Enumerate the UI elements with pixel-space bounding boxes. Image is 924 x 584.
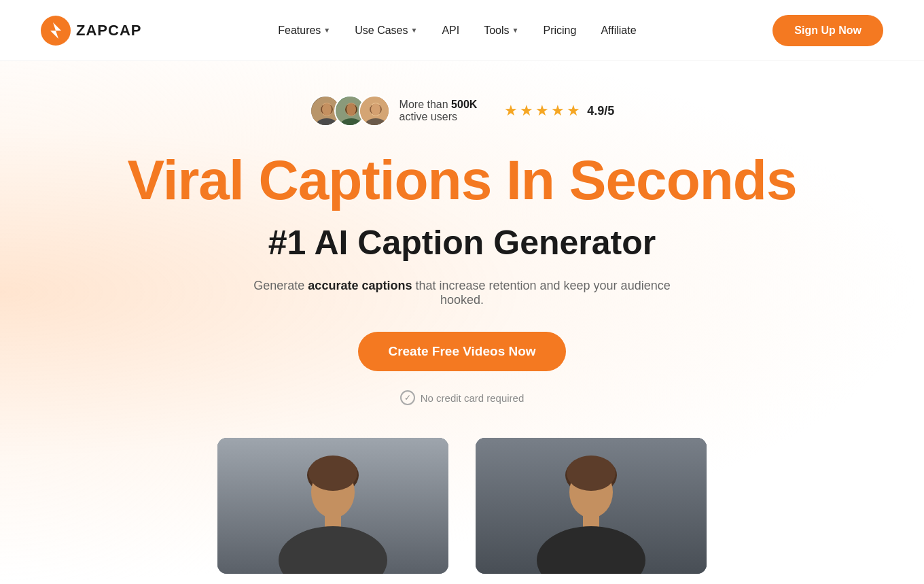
star-3: ★ — [535, 102, 549, 120]
main-nav: Features ▼ Use Cases ▼ API Tools ▼ Prici… — [267, 19, 647, 42]
svg-rect-22 — [325, 514, 341, 528]
nav-affiliate[interactable]: Affiliate — [590, 19, 647, 42]
video-thumb-1 — [217, 438, 448, 574]
video-thumbnails — [0, 438, 924, 574]
no-credit-card-notice: ✓ No credit card required — [400, 390, 525, 405]
rating-score: 4.9/5 — [587, 104, 614, 118]
star-5: ★ — [567, 102, 580, 120]
hero-title: Viral Captions In Seconds — [127, 151, 796, 209]
svg-point-10 — [346, 103, 356, 116]
svg-point-21 — [308, 456, 357, 491]
tools-chevron-icon: ▼ — [512, 27, 519, 34]
logo[interactable]: ZAPCAP — [41, 16, 141, 46]
star-4: ★ — [551, 102, 565, 120]
social-proof-section: More than 500K active users ★ ★ ★ ★ ★ 4.… — [310, 95, 615, 126]
user-count: More than 500K active users — [399, 99, 478, 123]
hero-description: Generate accurate captions that increase… — [251, 279, 673, 307]
nav-use-cases[interactable]: Use Cases ▼ — [344, 19, 428, 42]
avatar-3 — [359, 95, 390, 126]
cta-button[interactable]: Create Free Videos Now — [358, 332, 565, 371]
hero-subtitle: #1 AI Caption Generator — [268, 223, 656, 262]
video-thumb-2 — [476, 438, 707, 574]
header: ZAPCAP Features ▼ Use Cases ▼ API Tools … — [0, 0, 924, 61]
check-circle-icon: ✓ — [400, 390, 415, 405]
svg-rect-29 — [583, 514, 599, 528]
main-content: More than 500K active users ★ ★ ★ ★ ★ 4.… — [0, 61, 924, 574]
logo-icon — [41, 16, 71, 46]
svg-point-15 — [371, 103, 380, 116]
svg-point-28 — [567, 456, 616, 491]
nav-api[interactable]: API — [431, 19, 470, 42]
use-cases-chevron-icon: ▼ — [411, 27, 418, 34]
star-1: ★ — [504, 102, 518, 120]
star-rating: ★ ★ ★ ★ ★ — [504, 102, 580, 120]
nav-pricing[interactable]: Pricing — [532, 19, 587, 42]
brand-name: ZAPCAP — [76, 22, 141, 39]
svg-point-5 — [322, 103, 332, 116]
features-chevron-icon: ▼ — [323, 27, 330, 34]
nav-features[interactable]: Features ▼ — [267, 19, 341, 42]
nav-tools[interactable]: Tools ▼ — [473, 19, 529, 42]
star-2: ★ — [520, 102, 533, 120]
user-avatars — [310, 95, 390, 126]
rating-container: ★ ★ ★ ★ ★ 4.9/5 — [504, 102, 614, 120]
signup-button[interactable]: Sign Up Now — [772, 15, 883, 46]
